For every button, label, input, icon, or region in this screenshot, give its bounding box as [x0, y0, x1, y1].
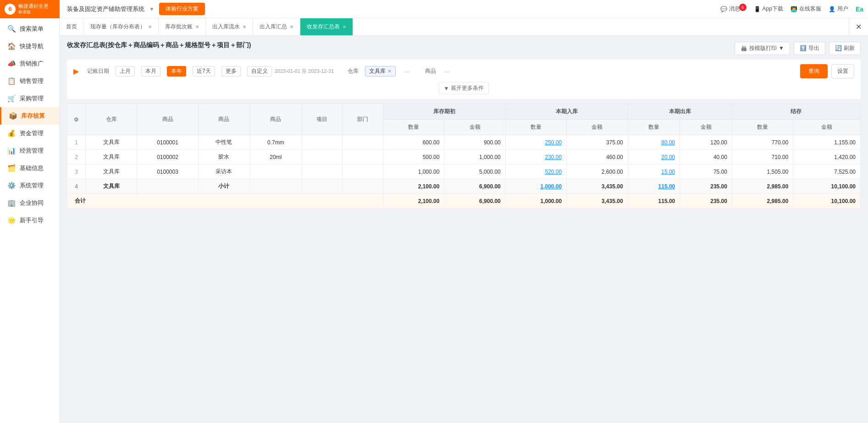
sidebar-item-search[interactable]: 🔍 搜索菜单 [0, 20, 59, 38]
row-out-qty[interactable]: 115.00 [628, 179, 680, 194]
date-btn-custom[interactable]: 自定义 [247, 66, 272, 77]
row-name: 采访本 [198, 165, 249, 179]
row-project [302, 165, 343, 179]
tab-in-out-flow[interactable]: 出入库流水 ✕ [206, 18, 253, 36]
msg-badge: 6 [739, 4, 746, 11]
footer-init-amt: 6,900.00 [444, 194, 505, 209]
sidebar-item-purchase[interactable]: 🛒 采购管理 [0, 90, 59, 107]
tab-inventory-dist[interactable]: 现存量（库存分布表） ✕ [84, 18, 159, 36]
gear-header[interactable]: ⚙ [67, 104, 86, 135]
tab-recv-send-summary[interactable]: 收发存汇总表 ✕ [300, 18, 353, 36]
search-icon: 🔍 [7, 25, 16, 33]
page-title: 收发存汇总表(按仓库＋商品编码＋商品＋规格型号＋项目＋部门) [67, 41, 251, 49]
sales-icon: 📋 [7, 77, 16, 85]
tab-in-out-summary[interactable]: 出入库汇总 ✕ [253, 18, 300, 36]
row-in-qty[interactable]: 520.00 [505, 165, 566, 179]
in-qty-header: 数量 [505, 120, 566, 135]
sidebar-item-system[interactable]: ⚙️ 系统管理 [0, 177, 59, 194]
sidebar-item-finance[interactable]: 💰 资金管理 [0, 125, 59, 142]
sidebar-item-marketing[interactable]: 📣 营销推广 [0, 55, 59, 72]
system-icon: ⚙️ [7, 181, 16, 190]
date-btn-last-month[interactable]: 上月 [116, 66, 135, 77]
row-code: 0100003 [137, 165, 198, 179]
user-label: 用户 [837, 5, 848, 13]
table-row: 4文具库小计2,100.006,900.001,000.003,435.0011… [67, 179, 861, 194]
sidebar-item-newbie[interactable]: 🌟 新手引导 [0, 212, 59, 229]
row-project [302, 150, 343, 165]
sidebar-item-inventory[interactable]: 📦 库存核算 [0, 107, 59, 125]
refresh-btn[interactable]: 🔄 刷新 [829, 42, 861, 55]
row-out-qty[interactable]: 20.00 [628, 150, 680, 165]
row-spec: 0.7mm [250, 135, 302, 150]
exp-btn[interactable]: 体验行业方案 [159, 3, 205, 15]
sidebar-item-sales[interactable]: 📋 销售管理 [0, 72, 59, 90]
tab-recv-send-summary-close[interactable]: ✕ [343, 24, 346, 29]
app-download-btn[interactable]: 📱 App下载 [754, 5, 783, 13]
sidebar-item-operations[interactable]: 📊 经营管理 [0, 142, 59, 159]
init-qty-header: 数量 [383, 120, 444, 135]
tab-batch[interactable]: 库存批次账 ✕ [159, 18, 206, 36]
print-btn[interactable]: 🖨️ 按模版打印 ▼ [735, 42, 790, 55]
warehouse-tag-text: 文具库 [369, 67, 386, 75]
row-name: 胶水 [198, 150, 249, 165]
tab-home-label: 首页 [66, 23, 77, 31]
in-stock-header: 本期入库 [505, 104, 628, 120]
row-dept [343, 135, 383, 150]
settings-btn[interactable]: 设置 [831, 64, 854, 78]
export-btn[interactable]: ⬆️ 导出 [794, 42, 825, 55]
row-in-amt: 3,435.00 [567, 179, 628, 194]
sidebar-item-quick[interactable]: 🏠 快捷导航 [0, 38, 59, 55]
date-btn-this-month[interactable]: 本月 [141, 66, 160, 77]
newbie-icon: 🌟 [7, 216, 16, 225]
row-out-qty[interactable]: 80.00 [628, 135, 680, 150]
sidebar-item-base[interactable]: 🗂️ 基础信息 [0, 159, 59, 177]
top-header: 6 畅捷通好生意 标准版 装备及固定资产辅助管理系统 ▼ 体验行业方案 💬 消息… [0, 0, 868, 18]
system-dropdown-icon[interactable]: ▼ [149, 6, 155, 12]
warehouse-dots[interactable]: ··· [402, 68, 411, 75]
filter-area: ▶ 记账日期 上月 本月 本年 近7天 更多 自定义 2023-01-01 至 … [67, 60, 861, 99]
service-btn[interactable]: 👨‍💻 在线客服 [791, 5, 821, 13]
balance-header: 结存 [732, 104, 860, 120]
expand-conditions-btn[interactable]: ▼ 展开更多条件 [439, 82, 489, 94]
dept-col-header: 部门 [343, 104, 383, 135]
name-col-header: 商品 [198, 104, 249, 135]
print-dropdown-icon: ▼ [779, 45, 784, 51]
row-in-qty[interactable]: 1,000.00 [505, 179, 566, 194]
sidebar-item-corp[interactable]: 🏢 企业协同 [0, 194, 59, 212]
row-in-qty[interactable]: 250.00 [505, 135, 566, 150]
close-all-btn[interactable]: ✕ [849, 18, 868, 36]
date-btn-more[interactable]: 更多 [221, 66, 241, 77]
row-in-qty[interactable]: 230.00 [505, 150, 566, 165]
header-right: 💬 消息 6 📱 App下载 👨‍💻 在线客服 👤 用户 Ea [720, 5, 863, 13]
tab-in-out-flow-label: 出入库流水 [212, 23, 240, 31]
row-out-amt: 40.00 [680, 150, 732, 165]
warehouse-tag[interactable]: 文具库 ✕ [365, 66, 396, 77]
out-stock-header: 本期出库 [628, 104, 732, 120]
warehouse-tag-remove[interactable]: ✕ [387, 68, 392, 74]
sidebar-label-inventory: 库存核算 [21, 112, 45, 120]
tab-home[interactable]: 首页 [60, 18, 84, 36]
date-btn-this-year[interactable]: 本年 [167, 66, 186, 77]
date-btn-7days[interactable]: 近7天 [193, 66, 215, 77]
row-init-qty: 1,000.00 [383, 165, 444, 179]
tab-in-out-summary-close[interactable]: ✕ [290, 24, 293, 29]
bal-amt-header: 金额 [793, 120, 861, 135]
query-btn[interactable]: 查询 [800, 64, 828, 78]
operations-icon: 📊 [7, 147, 16, 155]
user-btn[interactable]: 👤 用户 [829, 5, 848, 13]
goods-dots[interactable]: ··· [442, 68, 452, 75]
tab-batch-close[interactable]: ✕ [195, 24, 199, 29]
msg-btn[interactable]: 💬 消息 6 [720, 5, 746, 13]
row-out-qty[interactable]: 15.00 [628, 165, 680, 179]
goods-label: 商品 [425, 67, 436, 75]
sidebar-label-newbie: 新手引导 [20, 216, 44, 225]
filter-collapse-btn[interactable]: ▶ [73, 67, 79, 76]
spec-col-header: 商品 [250, 104, 302, 135]
footer-bal-qty: 2,985.00 [732, 194, 793, 209]
service-label: 在线客服 [799, 5, 821, 13]
app-icon: 📱 [754, 6, 761, 12]
row-project [302, 135, 343, 150]
tab-in-out-flow-close[interactable]: ✕ [243, 24, 246, 29]
tab-inventory-dist-close[interactable]: ✕ [148, 24, 152, 29]
row-bal-amt: 10,100.00 [793, 179, 861, 194]
